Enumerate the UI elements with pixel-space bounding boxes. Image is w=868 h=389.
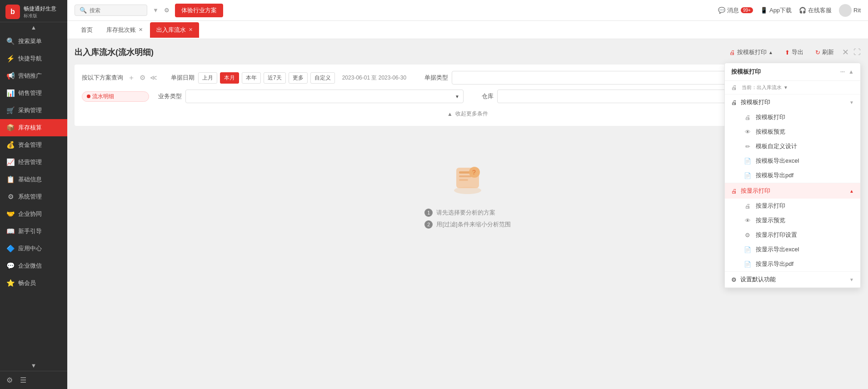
industry-solution-button[interactable]: 体验行业方案 <box>175 4 223 17</box>
template-excel-icon: 📄 <box>744 157 751 165</box>
search-settings-icon[interactable]: ⚙ <box>140 74 145 82</box>
message-icon: 💬 <box>718 7 725 14</box>
business-type-chevron-down-icon: ▼ <box>455 94 459 99</box>
search-icon: 🔍 <box>80 7 87 14</box>
page-title: 出入库流水(流水明细) <box>75 47 154 58</box>
search-input[interactable] <box>90 7 135 14</box>
date-custom-button[interactable]: 自定义 <box>310 72 335 84</box>
date-more-button[interactable]: 更多 <box>289 72 308 84</box>
template-preview-item[interactable]: 👁 按模板预览 <box>725 125 860 139</box>
tab-bar: 首页 库存批次账 ✕ 出入库流水 ✕ <box>67 21 868 39</box>
template-custom-item[interactable]: ✏ 模板自定义设计 <box>725 139 860 154</box>
menu-toggle-icon[interactable]: ☰ <box>20 376 26 384</box>
basic-icon: 📋 <box>6 175 15 184</box>
app-download-button[interactable]: 📱 App下载 <box>760 6 792 15</box>
sidebar-item-operation[interactable]: 📈经营管理 <box>0 154 67 171</box>
scroll-up-arrow[interactable]: ▲ <box>0 22 67 33</box>
sidebar-item-finance[interactable]: 💰资金管理 <box>0 136 67 154</box>
display-print-chevron-up-icon: ▲ <box>849 189 854 194</box>
sidebar-item-label: 基础信息 <box>18 175 42 184</box>
tab-flow[interactable]: 出入库流水 ✕ <box>150 22 199 38</box>
date-last-month-button[interactable]: 上月 <box>198 72 217 84</box>
sidebar-item-search[interactable]: 🔍搜索菜单 <box>0 33 67 50</box>
sidebar-item-system[interactable]: ⚙系统管理 <box>0 188 67 205</box>
tab-batch-close[interactable]: ✕ <box>139 27 143 33</box>
empty-step-1: 1 请先选择要分析的方案 <box>424 207 510 219</box>
user-avatar[interactable]: Rit <box>839 4 861 17</box>
system-icon: ⚙ <box>6 193 15 201</box>
topbar-gear-icon[interactable]: ⚙ <box>164 7 170 14</box>
sidebar-item-inventory[interactable]: 📦库存核算 <box>0 119 67 136</box>
sidebar-nav: 🔍搜索菜单⚡快捷导航📢营销推广📊销售管理🛒采购管理📦库存核算💰资金管理📈经营管理… <box>0 33 67 360</box>
display-print-icon: 🖨 <box>744 202 751 209</box>
window-maximize-button[interactable]: ⛶ <box>853 48 861 56</box>
sidebar-item-basic[interactable]: 📋基础信息 <box>0 171 67 188</box>
sales-icon: 📊 <box>6 89 15 97</box>
display-print-action-item[interactable]: 🖨 按显示打印 <box>725 199 860 213</box>
current-template-item[interactable]: 🖨 当前：出入库流水 ▼ <box>725 81 860 94</box>
message-button[interactable]: 💬 消息 99+ <box>718 6 753 15</box>
dropdown-collapse-icon[interactable]: ▲ <box>848 69 854 75</box>
window-close-button[interactable]: ✕ <box>842 47 849 57</box>
page-header: 出入库流水(流水明细) 🖨 按模板打印 ▲ ⬆ 导出 ↻ 刷新 ✕ ⛶ <box>75 46 861 58</box>
sidebar-item-apps[interactable]: 🔷应用中心 <box>0 240 67 257</box>
sidebar-item-label: 企业微信 <box>18 262 42 270</box>
avatar-image <box>839 4 852 17</box>
template-export-excel-item[interactable]: 📄 按模板导出excel <box>725 154 860 168</box>
tab-flow-close[interactable]: ✕ <box>189 27 193 33</box>
shortcut-icon: ⚡ <box>6 55 15 63</box>
set-default-section-header[interactable]: ⚙ 设置默认功能 ▼ <box>725 272 860 287</box>
topbar-search[interactable]: 🔍 <box>75 5 147 16</box>
current-template-section: 🖨 当前：出入库流水 ▼ <box>725 81 860 95</box>
topbar-right: 💬 消息 99+ 📱 App下载 🎧 在线客服 Rit <box>718 4 861 17</box>
tab-batch[interactable]: 库存批次账 ✕ <box>100 22 149 38</box>
marketing-icon: 📢 <box>6 72 15 80</box>
empty-step-2: 2 用[过滤]条件来缩小分析范围 <box>424 219 510 230</box>
sidebar-item-cooperation[interactable]: 🤝企业协同 <box>0 205 67 223</box>
print-button[interactable]: 🖨 按模板打印 ▲ <box>726 46 777 58</box>
scroll-down-arrow[interactable]: ▼ <box>0 360 67 371</box>
set-default-section: ⚙ 设置默认功能 ▼ <box>725 272 860 288</box>
display-export-excel-item[interactable]: 📄 按显示导出excel <box>725 242 860 257</box>
export-button[interactable]: ⬆ 导出 <box>781 46 807 58</box>
date-range-label: 2023-06-01 至 2023-06-30 <box>342 74 406 82</box>
template-print-action-item[interactable]: 🖨 按模板打印 <box>725 110 860 125</box>
search-icon: 🔍 <box>6 37 15 45</box>
set-default-icon: ⚙ <box>731 276 737 283</box>
date-this-month-button[interactable]: 本月 <box>220 72 239 84</box>
template-print-chevron-down-icon: ▼ <box>849 100 854 105</box>
display-preview-item[interactable]: 👁 按显示预览 <box>725 213 860 228</box>
sidebar-item-wechat[interactable]: 💬企业微信 <box>0 257 67 274</box>
template-print-section-header[interactable]: 🖨 按模板打印 ▼ <box>725 95 860 110</box>
tab-home[interactable]: 首页 <box>75 22 99 38</box>
search-add-icon[interactable]: ＋ <box>128 73 135 83</box>
display-print-settings-item[interactable]: ⚙ 按显示打印设置 <box>725 228 860 242</box>
sidebar-bottom: ⚙ ☰ <box>0 371 67 389</box>
sidebar-item-marketing[interactable]: 📢营销推广 <box>0 67 67 85</box>
business-type-select[interactable]: ▼ <box>185 90 464 103</box>
sidebar-item-member[interactable]: ⭐畅会员 <box>0 274 67 292</box>
customer-service-button[interactable]: 🎧 在线客服 <box>799 6 832 15</box>
display-export-pdf-item[interactable]: 📄 按显示导出pdf <box>725 257 860 271</box>
print-dropdown-panel: 按模板打印 ··· ▲ 🖨 当前：出入库流水 ▼ <box>724 63 861 288</box>
template-preview-icon: 👁 <box>744 128 751 135</box>
sidebar-item-shortcut[interactable]: ⚡快捷导航 <box>0 50 67 67</box>
filter-tag[interactable]: 流水明细 <box>82 91 149 102</box>
sidebar-item-sales[interactable]: 📊销售管理 <box>0 85 67 102</box>
topbar: 🔍 ▼ ⚙ 体验行业方案 💬 消息 99+ 📱 App下载 🎧 在线客服 Rit <box>67 0 868 21</box>
sidebar-item-guide[interactable]: 📖新手引导 <box>0 223 67 240</box>
search-collapse-icon[interactable]: ≪ <box>150 74 157 82</box>
refresh-button[interactable]: ↻ 刷新 <box>812 46 838 58</box>
display-print-section-header[interactable]: 🖨 按显示打印 ▲ <box>725 183 860 199</box>
dropdown-arrow-icon[interactable]: ▼ <box>153 7 159 14</box>
main-area: 🔍 ▼ ⚙ 体验行业方案 💬 消息 99+ 📱 App下载 🎧 在线客服 Rit <box>67 0 868 389</box>
dropdown-more-icon[interactable]: ··· <box>840 69 845 75</box>
display-preview-icon: 👁 <box>744 217 751 224</box>
template-export-pdf-item[interactable]: 📄 按模板导出pdf <box>725 168 860 183</box>
svg-rect-3 <box>459 175 472 177</box>
date-7days-button[interactable]: 近7天 <box>264 72 286 84</box>
settings-icon[interactable]: ⚙ <box>6 376 13 384</box>
sidebar-item-purchase[interactable]: 🛒采购管理 <box>0 102 67 119</box>
date-this-year-button[interactable]: 本年 <box>242 72 261 84</box>
sidebar-item-label: 系统管理 <box>18 193 42 201</box>
